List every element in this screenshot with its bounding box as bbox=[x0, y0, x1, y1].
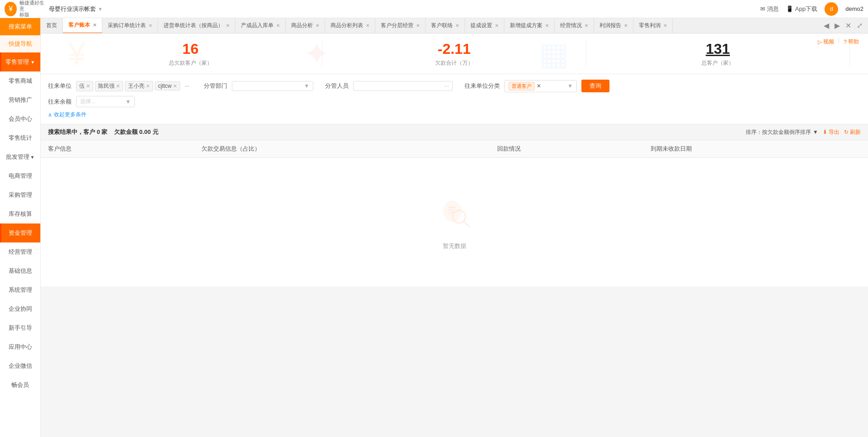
close-tab-inbound-stats[interactable]: ✕ bbox=[226, 23, 230, 28]
sidebar-item-wholesale[interactable]: 批发管理 ▼ bbox=[0, 147, 40, 166]
account-selector[interactable]: 母婴行业演示帐套 ▼ bbox=[49, 5, 103, 13]
sidebar-item-app-center[interactable]: 应用中心 bbox=[0, 337, 40, 356]
close-tab-operations[interactable]: ✕ bbox=[585, 23, 588, 28]
filter-row-2: 往来余额 选择... ▼ bbox=[48, 96, 861, 107]
export-button[interactable]: ⬇ 导出 bbox=[823, 128, 839, 136]
results-bar: 搜索结果中，客户 0 家 欠款金额 0.00 元 排序：按欠款金额倒序排序 ▼ bbox=[41, 124, 868, 140]
sidebar-item-member[interactable]: 畅会员 bbox=[0, 375, 40, 394]
app-download-button[interactable]: 📱 App下载 bbox=[786, 5, 817, 13]
content-area: 首页 客户账本 ✕ 采购订单统计表 ✕ 进货单统计表（按商品） ✕ 产成品入库单… bbox=[41, 18, 868, 437]
tab-retail-profit[interactable]: 零售利润 ✕ bbox=[633, 18, 673, 33]
stat-value-debt: -2.11 bbox=[438, 41, 471, 57]
sidebar-item-retail-stats[interactable]: 零售统计 bbox=[0, 128, 40, 147]
sidebar-item-operations[interactable]: 经营管理 bbox=[0, 242, 40, 261]
tab-inbound-stats[interactable]: 进货单统计表（按商品） ✕ bbox=[158, 18, 235, 33]
svg-rect-5 bbox=[449, 212, 455, 214]
sidebar-item-inventory[interactable]: 库存核算 bbox=[0, 204, 40, 223]
tab-commission-settings[interactable]: 提成设置 ✕ bbox=[465, 18, 504, 33]
logo-text: 畅捷通好生意 标版 bbox=[19, 0, 45, 18]
close-tab-goods-analysis-list[interactable]: ✕ bbox=[366, 23, 369, 28]
tab-operations[interactable]: 经营情况 ✕ bbox=[555, 18, 594, 33]
close-tab-customer-tier[interactable]: ✕ bbox=[416, 23, 420, 28]
close-tab-production[interactable]: ✕ bbox=[276, 23, 280, 28]
tab-customer-contact[interactable]: 客户联络 ✕ bbox=[426, 18, 465, 33]
sidebar-item-member-center[interactable]: 会员中心 bbox=[0, 109, 40, 128]
remove-tag-wang[interactable]: ✕ bbox=[146, 83, 150, 89]
help-action[interactable]: ? 帮助 bbox=[844, 38, 859, 46]
chevron-down-icon-2: ▼ bbox=[30, 155, 35, 160]
tab-maximize[interactable]: ⤢ bbox=[855, 21, 864, 30]
close-tab-new-commission[interactable]: ✕ bbox=[545, 23, 549, 28]
stat-label-debt: 欠款合计（万） bbox=[435, 59, 473, 67]
tab-customer-tier[interactable]: 客户分层经营 ✕ bbox=[375, 18, 426, 33]
tab-home[interactable]: 首页 bbox=[41, 18, 63, 33]
sidebar-item-ecommerce[interactable]: 电商管理 bbox=[0, 166, 40, 185]
sidebar-item-enterprise-wechat[interactable]: 企业微信 bbox=[0, 356, 40, 375]
header-right: ✉ 消息 📱 App下载 d demo2 bbox=[760, 2, 863, 16]
close-tab-customer-contact[interactable]: ✕ bbox=[456, 23, 459, 28]
sidebar-item-system[interactable]: 系统管理 bbox=[0, 280, 40, 299]
balance-dropdown[interactable]: 选择... ▼ bbox=[76, 96, 135, 107]
remove-tag-cjttcw[interactable]: ✕ bbox=[173, 83, 177, 89]
dept-dropdown[interactable]: ▼ bbox=[232, 81, 313, 91]
remove-category[interactable]: ✕ bbox=[537, 83, 541, 89]
col-payment-status: 回款情况 bbox=[490, 140, 643, 158]
sidebar-item-basic-info[interactable]: 基础信息 bbox=[0, 261, 40, 280]
tab-customer-ledger[interactable]: 客户账本 ✕ bbox=[63, 18, 102, 33]
top-header: ¥ 畅捷通好生意 标版 母婴行业演示帐套 ▼ ✉ 消息 📱 App下载 bbox=[0, 0, 868, 18]
close-tab-goods-analysis[interactable]: ✕ bbox=[316, 23, 319, 28]
tab-purchase-stats[interactable]: 采购订单统计表 ✕ bbox=[102, 18, 158, 33]
tab-scroll-right[interactable]: ▶ bbox=[833, 21, 842, 30]
sidebar-item-marketing[interactable]: 营销推广 bbox=[0, 90, 40, 109]
tab-scroll-left[interactable]: ◀ bbox=[822, 21, 831, 30]
close-tab-purchase-stats[interactable]: ✕ bbox=[149, 23, 152, 28]
filter-row-1: 往来单位 伍 ✕ 陈民强 ✕ 王小亮 bbox=[48, 80, 861, 92]
remove-tag-wu[interactable]: ✕ bbox=[86, 83, 90, 89]
tag-more[interactable]: ··· bbox=[182, 82, 192, 90]
tab-close-all[interactable]: ✕ bbox=[844, 21, 853, 30]
person-multi[interactable]: ··· bbox=[353, 81, 453, 91]
stat-total-customers: 16 总欠款客户（家） bbox=[59, 41, 322, 67]
stats-actions: ▷ 视频 ? 帮助 bbox=[818, 38, 859, 46]
unit-tags: 伍 ✕ 陈民强 ✕ 王小亮 ✕ bbox=[76, 81, 192, 91]
tag-wu: 伍 ✕ bbox=[76, 81, 93, 91]
col-customer-info: 客户信息 bbox=[41, 140, 194, 158]
close-tab-customer-ledger[interactable]: ✕ bbox=[93, 23, 96, 28]
message-button[interactable]: ✉ 消息 bbox=[760, 5, 779, 13]
sidebar-item-enterprise-collab[interactable]: 企业协同 bbox=[0, 299, 40, 318]
avatar[interactable]: d bbox=[825, 2, 838, 16]
sidebar-search[interactable]: 搜索菜单 bbox=[0, 18, 40, 35]
person-label: 分管人员 bbox=[325, 82, 349, 90]
tab-profit-report[interactable]: 利润报告 ✕ bbox=[594, 18, 633, 33]
empty-icon bbox=[436, 194, 473, 237]
remove-tag-chen[interactable]: ✕ bbox=[116, 83, 120, 89]
sidebar-item-retail-management[interactable]: 零售管理 ▼ bbox=[0, 52, 40, 71]
sidebar-item-finance[interactable]: 资金管理 bbox=[0, 223, 40, 242]
close-tab-commission-settings[interactable]: ✕ bbox=[495, 23, 499, 28]
logo-area: ¥ 畅捷通好生意 标版 bbox=[5, 0, 45, 18]
tab-goods-analysis-list[interactable]: 商品分析列表 ✕ bbox=[325, 18, 375, 33]
video-action[interactable]: ▷ 视频 bbox=[818, 38, 834, 46]
empty-state: 暂无数据 bbox=[41, 158, 868, 286]
sidebar-item-purchase[interactable]: 采购管理 bbox=[0, 185, 40, 204]
category-arrow-icon: ▼ bbox=[567, 83, 573, 89]
category-dropdown[interactable]: 普通客户 ✕ ▼ bbox=[504, 80, 577, 92]
tab-new-commission[interactable]: 新增提成方案 ✕ bbox=[504, 18, 555, 33]
category-tag: 普通客户 bbox=[508, 82, 535, 90]
tag-chenminqiang: 陈民强 ✕ bbox=[95, 81, 123, 91]
sidebar-quick-nav[interactable]: 快捷导航 bbox=[0, 35, 40, 52]
sidebar-item-retail-mall[interactable]: 零售商城 bbox=[0, 71, 40, 90]
close-tab-retail-profit[interactable]: ✕ bbox=[663, 23, 667, 28]
refresh-button[interactable]: ↻ 刷新 bbox=[844, 128, 861, 136]
collapse-button[interactable]: ∧ 收起更多条件 bbox=[48, 111, 861, 119]
tab-goods-analysis[interactable]: 商品分析 ✕ bbox=[286, 18, 325, 33]
collapse-row: ∧ 收起更多条件 bbox=[48, 111, 861, 119]
dept-label: 分管部门 bbox=[204, 82, 227, 90]
data-table: 客户信息 欠款交易信息（占比） 回款情况 到期未收款日期 bbox=[41, 140, 868, 158]
sidebar-item-new-guide[interactable]: 新手引导 bbox=[0, 318, 40, 337]
query-button[interactable]: 查询 bbox=[581, 80, 609, 92]
sort-control[interactable]: 排序：按欠款金额倒序排序 ▼ bbox=[746, 128, 818, 136]
close-tab-profit-report[interactable]: ✕ bbox=[624, 23, 628, 28]
stat-label-customers: 总欠款客户（家） bbox=[169, 59, 212, 67]
tab-production[interactable]: 产成品入库单 ✕ bbox=[235, 18, 286, 33]
